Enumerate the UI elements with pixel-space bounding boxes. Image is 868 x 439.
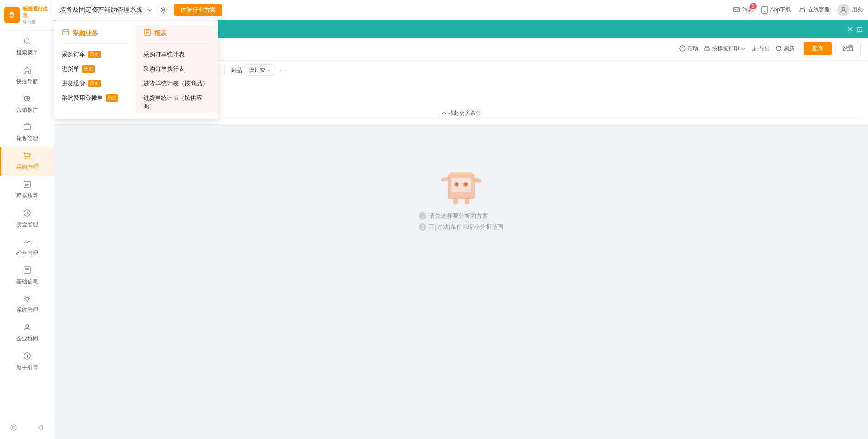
dropdown-item-incoming-stat-supplier[interactable]: 进货单统计表（按供应商） [143,91,210,113]
svg-rect-8 [24,267,30,273]
online-service-btn[interactable]: 在线客服 [798,6,830,14]
svg-point-13 [12,426,15,429]
history-badge: 历史 [88,80,101,87]
dropdown-item-incoming-stat-goods[interactable]: 进货单统计表（按商品） [143,76,210,91]
sidebar-item-guide[interactable]: 新手引导 [0,347,54,376]
purchase-col-icon [62,28,70,39]
dropdown-item-fee[interactable]: 采购费用分摊单 历史 [62,91,129,105]
collapse-btn[interactable]: 收起更多条件 [441,109,481,117]
marketing-icon [23,94,31,105]
svg-point-15 [162,9,165,11]
enterprise-icon [23,323,31,334]
sidebar-item-home[interactable]: 快捷导航 [0,61,54,90]
sidebar-item-label: 搜索菜单 [16,49,38,57]
svg-point-22 [682,49,683,50]
refresh-btn[interactable]: 刷新 [775,45,795,53]
dropdown-item-label: 进货单 [62,65,79,73]
export-label: 导出 [759,45,770,53]
svg-rect-26 [450,172,473,178]
sidebar-item-purchase[interactable]: 采购管理 [0,147,54,176]
purchase-col: 采购业务 采购订单 历史 进货单 历史 进货退货 历史 采购费用分摊单 历史 [54,25,136,113]
header-actions: 9 消息 App下载 在线客服 用友 [732,4,863,16]
svg-point-0 [10,14,13,17]
dropdown-item-label: 采购订单执行表 [143,65,185,73]
dropdown-item-return[interactable]: 进货退货 历史 [62,76,129,91]
dropdown-item-purchase-order[interactable]: 采购订单 历史 [62,47,129,62]
home-icon [23,66,31,76]
help-btn[interactable]: 帮助 [679,45,698,53]
dropdown-item-label: 采购费用分摊单 [62,94,103,102]
report-col: 报表 采购订单统计表 采购订单执行表 进货单统计表（按商品） 进货单统计表（按供… [136,25,218,113]
svg-rect-34 [453,198,458,204]
report-col-title: 报表 [143,25,210,44]
empty-state: 1 请先选择要分析的方案 2 用[过滤]条件来缩小分析范围 [54,124,868,269]
query-btn[interactable]: 查询 [804,42,832,55]
svg-point-31 [465,183,467,185]
goods-tag-close-btn[interactable]: × [267,68,270,73]
settings-btn[interactable]: 设置 [835,42,861,55]
history-badge: 历史 [82,65,95,73]
svg-point-9 [26,297,29,300]
sidebar-collapse-btn[interactable] [36,424,44,434]
inventory-icon [23,180,31,191]
report-col-label: 报表 [154,30,167,38]
sidebar-item-marketing[interactable]: 营销推广 [0,90,54,118]
sidebar-item-sales[interactable]: 销售管理 [0,118,54,147]
tab-close-window-btn[interactable]: ✕ [847,25,853,34]
sidebar-settings-btn[interactable] [10,424,18,434]
sidebar: 畅捷通好生意 标准版 搜索菜单 快捷导航 [0,0,54,439]
user-btn[interactable]: 用友 [837,4,863,16]
print-label: 按模板打印 [712,45,739,53]
header: 装备及固定资产辅助管理系统 体验行业方案 9 消息 App下载 [54,0,868,20]
search-icon [23,37,31,48]
sidebar-item-label: 新手引导 [16,364,38,371]
dropdown-item-label: 采购订单 [62,50,85,59]
finance-icon [23,209,31,219]
sidebar-item-enterprise[interactable]: 企业协同 [0,319,54,347]
sidebar-item-label: 库存核算 [16,192,38,200]
svg-rect-36 [63,30,69,35]
dropdown-item-incoming[interactable]: 进货单 历史 [62,62,129,76]
dropdown-item-label: 采购订单统计表 [143,50,185,59]
message-badge: 9 [750,3,757,9]
svg-point-4 [25,158,26,159]
empty-hint-1: 1 请先选择要分析的方案 [419,211,503,222]
export-btn[interactable]: 导出 [751,45,770,53]
goods-label: 商品 [230,66,242,74]
user-label: 用友 [852,6,863,14]
industry-btn[interactable]: 体验行业方案 [174,4,222,16]
svg-point-30 [456,183,458,185]
empty-hint-1-text: 请先选择要分析的方案 [429,212,488,220]
goods-more-dots[interactable]: ··· [280,67,288,74]
logo-tag: 标准版 [23,19,50,25]
svg-rect-18 [800,10,800,12]
dropdown-item-po-exec[interactable]: 采购订单执行表 [143,62,210,76]
svg-rect-3 [24,125,30,130]
empty-hints: 1 请先选择要分析的方案 2 用[过滤]条件来缩小分析范围 [419,211,503,232]
svg-rect-35 [465,198,469,204]
sidebar-item-finance[interactable]: 资金管理 [0,204,54,233]
system-dropdown-btn[interactable] [147,7,152,13]
header-gear-btn[interactable] [157,4,170,16]
history-badge: 历史 [88,51,101,58]
app-download-btn[interactable]: App下载 [761,6,791,14]
sidebar-item-inventory[interactable]: 库存核算 [0,176,54,204]
print-btn[interactable]: 按模板打印 [704,45,746,53]
business-icon [23,237,31,248]
sidebar-item-search[interactable]: 搜索菜单 [0,33,54,61]
sidebar-item-business[interactable]: 经营管理 [0,233,54,261]
empty-hint-2: 2 用[过滤]条件来缩小分析范围 [419,222,503,232]
dropdown-item-po-stat[interactable]: 采购订单统计表 [143,47,210,62]
sidebar-item-label: 企业协同 [16,335,38,343]
empty-hint-2-text: 用[过滤]条件来缩小分析范围 [429,223,503,231]
tab-maximize-btn[interactable]: ⊡ [857,25,863,34]
collapse-label: 收起更多条件 [449,109,481,117]
svg-point-10 [26,325,29,327]
message-btn[interactable]: 9 消息 [732,6,753,14]
sidebar-item-basic[interactable]: 基础信息 [0,261,54,290]
purchase-col-title: 采购业务 [62,25,129,44]
sidebar-item-system[interactable]: 系统管理 [0,290,54,319]
svg-point-5 [28,158,29,159]
system-icon [23,295,31,305]
dropdown-item-label: 进货单统计表（按供应商） [143,94,210,110]
